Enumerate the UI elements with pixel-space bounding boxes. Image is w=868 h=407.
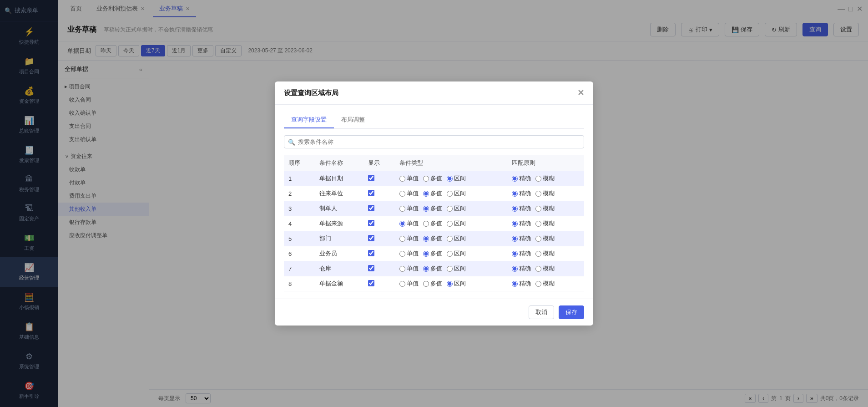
type-radio-6-区间[interactable]: 区间 <box>447 265 466 273</box>
row-match-3[interactable]: 精确模糊 <box>507 216 584 231</box>
type-radio-1-单值[interactable]: 单值 <box>399 189 419 198</box>
type-radio-2-多值[interactable]: 多值 <box>423 204 442 213</box>
row-type-3[interactable]: 单值多值区间 <box>395 216 507 231</box>
match-radio-3-精确[interactable]: 精确 <box>512 219 531 228</box>
type-radio-4-单值[interactable]: 单值 <box>399 234 419 243</box>
type-radio-3-多值[interactable]: 多值 <box>423 219 442 228</box>
checkbox-show-4[interactable] <box>368 235 374 241</box>
row-type-8[interactable]: 单值多值区间 <box>395 291 507 292</box>
row-show-0[interactable] <box>363 171 394 186</box>
row-match-2[interactable]: 精确模糊 <box>507 201 584 216</box>
match-radio-2-模糊[interactable]: 模糊 <box>535 204 555 213</box>
dialog: 设置查询区域布局 ✕ 查询字段设置布局调整 🔍 顺序条件名称显示条件类型匹配原则… <box>275 81 593 326</box>
row-match-0[interactable]: 精确模糊 <box>507 171 584 186</box>
row-order-2: 3 <box>284 201 315 216</box>
match-radio-5-精确[interactable]: 精确 <box>512 249 531 258</box>
row-show-1[interactable] <box>363 186 394 201</box>
row-order-1: 2 <box>284 186 315 201</box>
dialog-th-条件类型: 条件类型 <box>395 155 507 171</box>
dialog-cancel-button[interactable]: 取消 <box>529 305 554 319</box>
row-type-2[interactable]: 单值多值区间 <box>395 201 507 216</box>
row-match-5[interactable]: 精确模糊 <box>507 246 584 261</box>
type-radio-2-区间[interactable]: 区间 <box>447 204 466 213</box>
type-radio-3-单值[interactable]: 单值 <box>399 219 419 228</box>
match-radio-1-精确[interactable]: 精确 <box>512 189 531 198</box>
type-radio-2-单值[interactable]: 单值 <box>399 204 419 213</box>
type-radio-0-单值[interactable]: 单值 <box>399 174 419 183</box>
checkbox-show-1[interactable] <box>368 190 374 196</box>
row-name-0: 单据日期 <box>315 171 363 186</box>
row-show-7[interactable] <box>363 276 394 291</box>
type-radio-1-多值[interactable]: 多值 <box>423 189 442 198</box>
dialog-tab-field-settings[interactable]: 查询字段设置 <box>284 112 334 128</box>
row-type-7[interactable]: 单值多值区间 <box>395 276 507 291</box>
row-type-1[interactable]: 单值多值区间 <box>395 186 507 201</box>
row-type-0[interactable]: 单值多值区间 <box>395 171 507 186</box>
dialog-tab-layout-settings[interactable]: 布局调整 <box>334 112 372 128</box>
row-show-6[interactable] <box>363 261 394 276</box>
match-radio-4-模糊[interactable]: 模糊 <box>535 234 555 243</box>
type-radio-group-4: 单值多值区间 <box>399 234 503 243</box>
row-show-3[interactable] <box>363 216 394 231</box>
row-type-4[interactable]: 单值多值区间 <box>395 231 507 246</box>
row-show-8[interactable] <box>363 291 394 292</box>
row-match-8[interactable]: 精确模糊 <box>507 291 584 292</box>
row-match-6[interactable]: 精确模糊 <box>507 261 584 276</box>
match-radio-2-精确[interactable]: 精确 <box>512 204 531 213</box>
checkbox-show-0[interactable] <box>368 175 374 181</box>
type-radio-4-区间[interactable]: 区间 <box>447 234 466 243</box>
table-row: 9备注单值多值区间精确模糊 <box>284 291 584 292</box>
type-radio-5-多值[interactable]: 多值 <box>423 249 442 258</box>
type-radio-group-0: 单值多值区间 <box>399 174 503 183</box>
match-radio-6-模糊[interactable]: 模糊 <box>535 265 555 273</box>
dialog-tabs: 查询字段设置布局调整 <box>284 112 584 129</box>
type-radio-5-区间[interactable]: 区间 <box>447 249 466 258</box>
checkbox-show-6[interactable] <box>368 265 374 271</box>
match-radio-group-3: 精确模糊 <box>512 219 580 228</box>
match-radio-4-精确[interactable]: 精确 <box>512 234 531 243</box>
row-show-2[interactable] <box>363 201 394 216</box>
type-radio-6-多值[interactable]: 多值 <box>423 265 442 273</box>
type-radio-1-区间[interactable]: 区间 <box>447 189 466 198</box>
dialog-search-input[interactable] <box>284 135 584 148</box>
checkbox-show-3[interactable] <box>368 220 374 226</box>
match-radio-group-4: 精确模糊 <box>512 234 580 243</box>
type-radio-7-区间[interactable]: 区间 <box>447 280 466 288</box>
type-radio-5-单值[interactable]: 单值 <box>399 249 419 258</box>
row-match-4[interactable]: 精确模糊 <box>507 231 584 246</box>
match-radio-0-精确[interactable]: 精确 <box>512 174 531 183</box>
row-type-6[interactable]: 单值多值区间 <box>395 261 507 276</box>
type-radio-group-7: 单值多值区间 <box>399 280 503 288</box>
checkbox-show-2[interactable] <box>368 205 374 211</box>
type-radio-0-区间[interactable]: 区间 <box>447 174 466 183</box>
match-radio-5-模糊[interactable]: 模糊 <box>535 249 555 258</box>
dialog-th-显示: 显示 <box>363 155 394 171</box>
type-radio-3-区间[interactable]: 区间 <box>447 219 466 228</box>
type-radio-4-多值[interactable]: 多值 <box>423 234 442 243</box>
match-radio-3-模糊[interactable]: 模糊 <box>535 219 555 228</box>
type-radio-7-多值[interactable]: 多值 <box>423 280 442 288</box>
match-radio-0-模糊[interactable]: 模糊 <box>535 174 555 183</box>
row-type-5[interactable]: 单值多值区间 <box>395 246 507 261</box>
table-row: 7仓库单值多值区间精确模糊 <box>284 261 584 276</box>
dialog-save-button[interactable]: 保存 <box>559 305 584 319</box>
match-radio-7-模糊[interactable]: 模糊 <box>535 280 555 288</box>
match-radio-6-精确[interactable]: 精确 <box>512 265 531 273</box>
checkbox-show-5[interactable] <box>368 250 374 256</box>
row-show-4[interactable] <box>363 231 394 246</box>
type-radio-6-单值[interactable]: 单值 <box>399 265 419 273</box>
dialog-overlay: 设置查询区域布局 ✕ 查询字段设置布局调整 🔍 顺序条件名称显示条件类型匹配原则… <box>0 0 868 407</box>
type-radio-0-多值[interactable]: 多值 <box>423 174 442 183</box>
match-radio-1-模糊[interactable]: 模糊 <box>535 189 555 198</box>
match-radio-group-1: 精确模糊 <box>512 189 580 198</box>
dialog-close-button[interactable]: ✕ <box>577 88 584 98</box>
match-radio-group-0: 精确模糊 <box>512 174 580 183</box>
checkbox-show-7[interactable] <box>368 280 374 286</box>
type-radio-7-单值[interactable]: 单值 <box>399 280 419 288</box>
match-radio-7-精确[interactable]: 精确 <box>512 280 531 288</box>
row-match-7[interactable]: 精确模糊 <box>507 276 584 291</box>
row-show-5[interactable] <box>363 246 394 261</box>
dialog-title: 设置查询区域布局 <box>284 89 338 97</box>
row-order-0: 1 <box>284 171 315 186</box>
row-match-1[interactable]: 精确模糊 <box>507 186 584 201</box>
